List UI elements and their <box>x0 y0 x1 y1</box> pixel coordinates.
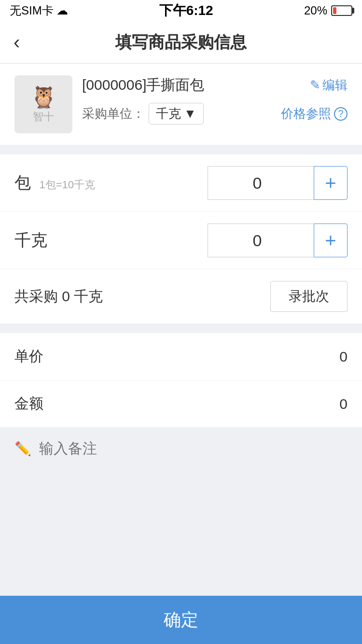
page-title: 填写商品采购信息 <box>115 31 247 54</box>
bag-input-right: + <box>208 166 348 200</box>
input-section: 包 1包=10千克 + 千克 + 共采购 0 千克 录批次 <box>0 154 362 323</box>
product-thumb-label: 智十 <box>33 110 54 124</box>
section-divider-2 <box>0 323 362 333</box>
kg-plus-button[interactable]: + <box>314 224 348 257</box>
bag-sublabel: 1包=10千克 <box>39 179 95 191</box>
amount-value: 0 <box>339 396 348 412</box>
price-ref-label: 价格参照 <box>281 105 331 122</box>
status-right: 20% <box>304 4 352 17</box>
product-name-row: [0000006]手撕面包 ✎ 编辑 <box>82 75 348 95</box>
nav-bar: ‹ 填写商品采购信息 <box>0 21 362 64</box>
product-name: [0000006]手撕面包 <box>82 75 204 95</box>
summary-row: 共采购 0 千克 录批次 <box>0 269 362 323</box>
back-button[interactable]: ‹ <box>14 31 20 53</box>
kg-quantity-input[interactable] <box>208 224 314 257</box>
remark-section: ✏️ <box>0 428 362 469</box>
status-signal: 无SIM卡 ☁ <box>10 3 68 18</box>
price-section: 单价 0 金额 0 <box>0 333 362 428</box>
battery-fill <box>333 7 336 14</box>
battery-icon <box>331 5 352 16</box>
remark-input[interactable] <box>39 440 348 457</box>
pencil-icon: ✏️ <box>14 441 31 457</box>
amount-row: 金额 0 <box>0 380 362 428</box>
unit-price-value: 0 <box>339 349 348 365</box>
unit-price-label: 单价 <box>14 347 43 366</box>
bag-quantity-input[interactable] <box>208 166 314 200</box>
edit-label: 编辑 <box>322 77 348 94</box>
status-battery-percent: 20% <box>304 4 327 17</box>
bag-plus-button[interactable]: + <box>314 166 348 200</box>
bag-label: 包 1包=10千克 <box>14 172 208 194</box>
product-card: 🦉 智十 [0000006]手撕面包 ✎ 编辑 采购单位： 千克 ▼ <box>0 64 362 145</box>
summary-text: 共采购 0 千克 <box>14 287 103 307</box>
unit-price-row: 单价 0 <box>0 333 362 380</box>
price-reference-button[interactable]: 价格参照 ? <box>281 105 348 122</box>
edit-button[interactable]: ✎ 编辑 <box>310 77 348 94</box>
product-unit-row: 采购单位： 千克 ▼ 价格参照 ? <box>82 103 348 125</box>
status-time: 下午6:12 <box>159 1 213 20</box>
unit-value: 千克 <box>156 105 181 122</box>
unit-label: 采购单位： <box>82 105 145 122</box>
batch-button[interactable]: 录批次 <box>270 281 348 312</box>
price-ref-icon: ? <box>334 107 348 121</box>
section-divider-1 <box>0 145 362 154</box>
status-bar: 无SIM卡 ☁ 下午6:12 20% <box>0 0 362 21</box>
unit-select[interactable]: 千克 ▼ <box>149 103 204 125</box>
bag-input-row: 包 1包=10千克 + <box>0 154 362 212</box>
product-logo-icon: 🦉 <box>30 84 57 110</box>
unit-dropdown-icon: ▼ <box>184 106 196 121</box>
product-thumbnail: 🦉 智十 <box>14 75 72 133</box>
product-info: [0000006]手撕面包 ✎ 编辑 采购单位： 千克 ▼ 价格参照 ? <box>82 75 348 125</box>
content-space <box>0 469 362 614</box>
edit-icon: ✎ <box>310 78 320 93</box>
kg-input-row: 千克 + <box>0 212 362 269</box>
confirm-label: 确定 <box>164 608 198 632</box>
kg-label: 千克 <box>14 229 208 252</box>
confirm-button[interactable]: 确定 <box>0 596 362 644</box>
kg-input-right: + <box>208 224 348 257</box>
amount-label: 金额 <box>14 394 43 414</box>
